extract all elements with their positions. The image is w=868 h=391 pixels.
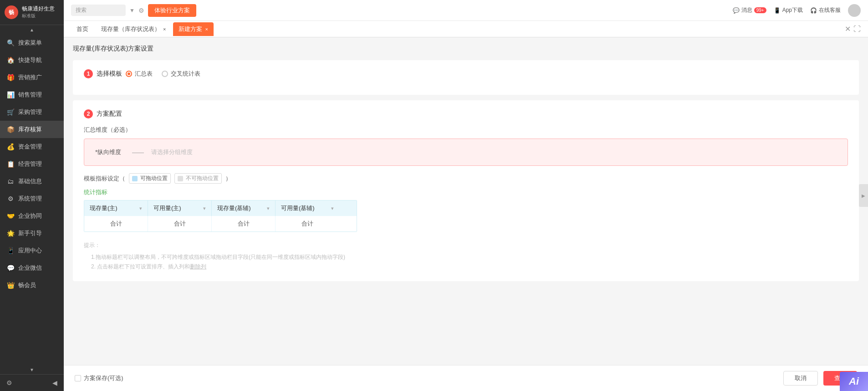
window-controls: ✕ ⛶ [845, 25, 861, 33]
tips-section: 提示： 1.拖动标题栏可以调整布局，不可跨维度或指标区域拖动栏目字段(只能在同一… [84, 241, 848, 272]
col-header-3[interactable]: 可用量(基辅) ▾ [276, 201, 339, 216]
template-radio-group: 汇总表 交叉统计表 [126, 70, 200, 78]
search-icon: 🔍 [6, 39, 15, 47]
close-window-icon[interactable]: ✕ [845, 25, 851, 33]
right-edge-panel: ▶ [859, 184, 868, 207]
step2-title: 方案配置 [97, 110, 122, 118]
sidebar-item-inventory[interactable]: 📦 库存核算 [0, 121, 64, 138]
cancel-button[interactable]: 取消 [783, 371, 818, 386]
col-0-chevron-icon: ▾ [139, 206, 142, 211]
step1-card: 1 选择模板 汇总表 交叉统计表 [73, 60, 859, 95]
topbar-left: 搜索 ▼ ⚙ 体验行业方案 [71, 4, 728, 17]
col-header-2[interactable]: 现存量(基辅) ▾ [212, 201, 276, 216]
main-area: 搜索 ▼ ⚙ 体验行业方案 💬 消息 99+ 📱 App下载 🎧 在线客服 首页 [64, 0, 868, 391]
app-download-btn[interactable]: 📱 App下载 [774, 6, 803, 14]
message-icon: 💬 [733, 7, 740, 14]
app-icon: 📱 [774, 7, 781, 14]
vertical-dim-label: *纵向维度 [95, 148, 121, 156]
topbar-gear-icon[interactable]: ⚙ [138, 7, 144, 14]
topbar-search: 搜索 [71, 5, 126, 16]
user-avatar[interactable] [848, 4, 861, 17]
collapse-footer-icon[interactable]: ◀ [52, 379, 57, 386]
step1-header: 1 选择模板 汇总表 交叉统计表 [84, 69, 848, 78]
sidebar-item-newguide[interactable]: 🌟 新手引导 [0, 225, 64, 242]
topbar-dropdown-icon[interactable]: ▼ [129, 7, 135, 14]
cell-1: 合计 [148, 216, 212, 232]
tab-home[interactable]: 首页 [71, 22, 94, 36]
col-header-0[interactable]: 现存量(主) ▾ [84, 201, 148, 216]
sidebar-item-appcenter[interactable]: 📱 应用中心 [0, 242, 64, 259]
money-icon: 💰 [6, 143, 15, 151]
content-area: 现存量(库存状况表)方案设置 1 选择模板 汇总表 交叉统计表 [64, 37, 868, 365]
save-option-checkbox[interactable]: 方案保存(可选) [75, 374, 123, 382]
cell-0: 合计 [84, 216, 148, 232]
topbar: 搜索 ▼ ⚙ 体验行业方案 💬 消息 99+ 📱 App下载 🎧 在线客服 [64, 0, 868, 21]
message-btn[interactable]: 💬 消息 99+ [733, 6, 766, 14]
tab-new-plan[interactable]: 新建方案 × [173, 22, 213, 36]
tab-new-plan-close-icon[interactable]: × [205, 26, 208, 32]
radio-summary-dot [126, 71, 132, 77]
sidebar-item-member[interactable]: 👑 畅会员 [0, 277, 64, 294]
sidebar-item-finance[interactable]: 💰 资金管理 [0, 138, 64, 155]
sidebar-item-quicknav[interactable]: 🏠 快捷导航 [0, 51, 64, 69]
sidebar-item-sales[interactable]: 📊 销售管理 [0, 86, 64, 103]
indicator-settings: 模板指标设定（ 可拖动位置 不可拖动位置 ） 统计指标 [84, 173, 848, 233]
trial-industry-btn[interactable]: 体验行业方案 [148, 4, 196, 17]
settings-footer-icon[interactable]: ⚙ [6, 379, 12, 386]
chart-icon: 📊 [6, 91, 15, 99]
clipboard-icon: 📋 [6, 160, 15, 168]
sidebar-scroll-down[interactable]: ▼ [0, 365, 64, 374]
indicator-settings-label: 模板指标设定（ 可拖动位置 不可拖动位置 ） [84, 173, 848, 184]
sidebar-scroll-up[interactable]: ▲ [0, 25, 64, 34]
sidebar-item-wechat[interactable]: 💬 企业微信 [0, 259, 64, 277]
online-service-btn[interactable]: 🎧 在线客服 [810, 6, 841, 14]
ai-badge[interactable]: Ai [840, 372, 868, 391]
topbar-right: 💬 消息 99+ 📱 App下载 🎧 在线客服 [733, 4, 861, 17]
handshake-icon: 🤝 [6, 212, 15, 220]
sidebar-item-system[interactable]: ⚙ 系统管理 [0, 190, 64, 207]
tip-2: 2. 点击标题栏下拉可设置排序、插入列和删除列 [84, 262, 848, 272]
service-icon: 🎧 [810, 7, 817, 14]
sidebar-item-operations[interactable]: 📋 经营管理 [0, 155, 64, 173]
step1-badge: 1 [84, 69, 93, 78]
radio-summary[interactable]: 汇总表 [126, 70, 153, 78]
right-panel-toggle[interactable]: ▶ [859, 184, 868, 207]
col-3-chevron-icon: ▾ [331, 206, 334, 211]
app-logo-text: 畅康通好生意 标准版 [22, 5, 55, 19]
tip-1: 1.拖动标题栏可以调整布局，不可跨维度或指标区域拖动栏目字段(只能在同一维度或指… [84, 252, 848, 262]
sidebar-footer: ⚙ ◀ [0, 374, 64, 391]
step2-header: 2 方案配置 [84, 109, 848, 118]
vertical-dim-dash: —— [132, 149, 144, 156]
col-1-chevron-icon: ▾ [203, 206, 206, 211]
stats-table: 现存量(主) ▾ 可用量(主) ▾ 现存量(基辅) ▾ [84, 200, 357, 232]
sidebar-item-search[interactable]: 🔍 搜索菜单 [0, 34, 64, 51]
sidebar-item-marketing[interactable]: 🎁 营销推广 [0, 69, 64, 86]
cell-3: 合计 [276, 216, 339, 232]
step1-title: 选择模板 [97, 70, 122, 78]
draggable-badge: 可拖动位置 [129, 173, 171, 184]
phone-icon: 📱 [6, 247, 15, 255]
col-2-chevron-icon: ▾ [267, 206, 270, 211]
col-header-1[interactable]: 可用量(主) ▾ [148, 201, 212, 216]
chat-icon: 💬 [6, 264, 15, 272]
sidebar: 畅 畅康通好生意 标准版 ▲ 🔍 搜索菜单 🏠 快捷导航 🎁 营销推广 📊 销售… [0, 0, 64, 391]
non-draggable-badge: 不可拖动位置 [174, 173, 222, 184]
radio-cross-dot [162, 71, 168, 77]
tab-inventory-close-icon[interactable]: × [163, 26, 166, 32]
sidebar-item-purchase[interactable]: 🛒 采购管理 [0, 103, 64, 121]
gift-icon: 🎁 [6, 73, 15, 82]
summary-dimension-label: 汇总维度（必选） [84, 126, 848, 134]
vertical-dim-placeholder[interactable]: 请选择分组维度 [151, 148, 193, 156]
sidebar-item-enterprise[interactable]: 🤝 企业协同 [0, 207, 64, 225]
expand-window-icon[interactable]: ⛶ [853, 25, 861, 33]
stats-title: 统计指标 [84, 188, 848, 196]
crown-icon: 👑 [6, 281, 15, 289]
gear-icon: ⚙ [6, 195, 15, 203]
tabs-bar: 首页 现存量（库存状况表） × 新建方案 × ✕ ⛶ [64, 21, 868, 37]
tip2-delete-link[interactable]: 删除列 [190, 263, 206, 270]
sidebar-logo: 畅 畅康通好生意 标准版 [0, 0, 64, 25]
radio-cross[interactable]: 交叉统计表 [162, 70, 200, 78]
tab-inventory-status[interactable]: 现存量（库存状况表） × [96, 22, 171, 36]
bottom-bar: 方案保存(可选) 取消 查询 [64, 365, 868, 391]
sidebar-item-baseinfo[interactable]: 🗂 基础信息 [0, 173, 64, 190]
